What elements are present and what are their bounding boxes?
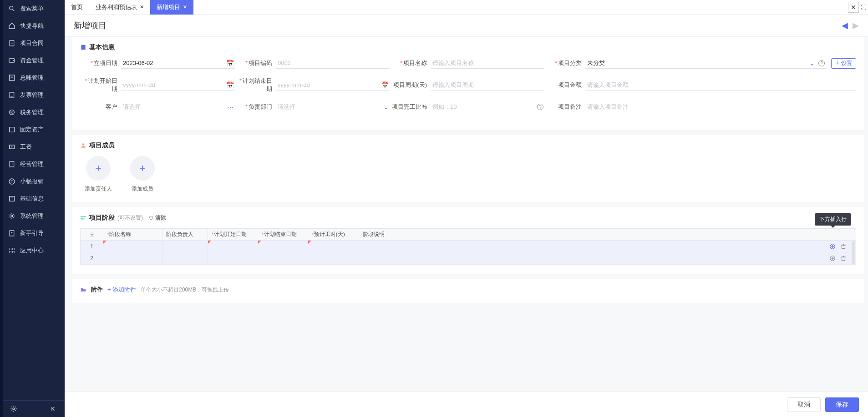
apps-icon [8,247,15,254]
cell-owner[interactable] [162,241,208,252]
input-pend[interactable] [276,80,390,90]
col-edate: 计划结束日期 [264,231,297,238]
help-icon[interactable]: ? [818,60,825,66]
help-icon[interactable]: ? [537,104,543,110]
row-index: 1 [81,241,103,252]
table-row[interactable]: 1 [81,241,856,252]
input-cycle[interactable] [431,80,544,90]
section-title: 项目阶段 [89,214,115,222]
table-row[interactable]: 2 [81,252,856,264]
close-icon[interactable]: ✕ [140,4,144,10]
svg-rect-29 [81,45,85,50]
add-owner-label: 添加责任人 [85,185,112,193]
cell-owner[interactable] [162,252,208,264]
sidebar-item-apps[interactable]: 应用中心 [3,242,65,259]
sidebar-item-basic[interactable]: 基础信息 [3,190,65,207]
label-customer: 客户 [80,103,121,111]
sidebar-item-label: 新手引导 [20,229,44,237]
input-name[interactable] [431,58,544,69]
tabs-close-all[interactable]: ✕ [848,2,859,13]
input-dept[interactable] [276,101,390,112]
sidebar-item-label: 固定资产 [20,126,44,134]
sidebar-search[interactable]: 搜索菜单 [3,0,65,17]
cell-edate[interactable] [258,241,308,252]
input-completion[interactable] [431,101,544,112]
delete-row-icon[interactable] [840,255,847,261]
sidebar-item-ledger[interactable]: 总账管理 [3,69,65,86]
pager-prev-icon[interactable]: ◀ [842,20,848,30]
settings-icon[interactable] [10,405,17,412]
more-icon[interactable]: ··· [227,103,234,111]
sidebar-item-ops[interactable]: 经营管理 [3,156,65,173]
sidebar-item-tax[interactable]: %税务管理 [3,104,65,121]
calendar-icon[interactable]: 📅 [226,60,234,67]
sidebar-item-assets[interactable]: 固定资产 [3,121,65,138]
sidebar-item-guide[interactable]: 新手引导 [3,225,65,242]
cell-name[interactable] [103,252,162,264]
sidebar-item-funds[interactable]: 资金管理 [3,52,65,69]
cancel-button[interactable]: 取消 [787,397,821,412]
input-code[interactable] [276,58,390,69]
svg-point-0 [10,6,13,10]
svg-point-6 [13,60,14,61]
sidebar-item-label: 基础信息 [20,195,44,203]
sidebar-item-quicknav[interactable]: 快捷导航 [3,17,65,35]
sidebar-item-label: 系统管理 [20,212,44,220]
cell-edate[interactable] [258,252,308,264]
chevron-down-icon[interactable]: ⌄ [383,103,389,111]
save-button[interactable]: 保存 [825,397,859,412]
svg-point-28 [13,408,15,410]
insert-row-tooltip: 下方插入行 [815,213,851,226]
user-icon [80,142,86,149]
cell-desc[interactable] [359,241,820,252]
calendar-icon[interactable]: 📅 [226,81,234,89]
sidebar-item-salary[interactable]: 工资 [3,138,65,156]
sidebar-item-contract[interactable]: 项目合同 [3,35,65,52]
tab-newproject[interactable]: 新增项目✕ [150,0,193,15]
input-amount[interactable] [585,80,856,90]
input-pstart[interactable] [121,80,235,90]
cell-sdate[interactable] [208,241,258,252]
insert-row-icon[interactable] [829,255,836,261]
tab-home[interactable]: 首页 [65,0,89,15]
input-remark[interactable] [585,101,856,112]
input-date[interactable] [121,58,235,69]
tab-label: 首页 [71,3,83,11]
input-class[interactable] [585,58,827,69]
col-name: 阶段名称 [109,231,131,238]
label-amount: 项目金额 [544,81,585,89]
insert-row-icon[interactable] [829,243,836,250]
gear-icon[interactable] [89,232,95,237]
clear-button[interactable]: 清除 [148,214,166,222]
add-member-button[interactable] [130,156,155,181]
close-icon[interactable]: ✕ [183,4,187,10]
tab-profit[interactable]: 业务利润预估表✕ [89,0,150,15]
pager-next-icon[interactable]: ▶ [853,20,859,30]
sidebar-item-invoice[interactable]: 发票管理 [3,86,65,104]
cell-sdate[interactable] [208,252,258,264]
chevron-down-icon[interactable]: ⌄ [809,60,815,67]
cell-name[interactable] [103,241,162,252]
ledger-icon [8,74,15,81]
cell-desc[interactable] [359,252,820,264]
label-pend: 计划结束日期 [235,77,276,93]
sidebar-item-label: 快捷导航 [20,22,44,30]
salary-icon [8,143,15,151]
input-customer[interactable] [121,101,235,112]
label-code: 项目编码 [235,59,276,67]
col-desc: 阶段说明 [363,231,385,238]
calendar-icon[interactable]: 📅 [381,81,389,89]
add-owner-button[interactable] [86,156,111,181]
cell-hours[interactable] [308,241,359,252]
sidebar-item-expense[interactable]: 小畅报销 [3,173,65,190]
label-class: 项目分类 [544,59,585,67]
cell-hours[interactable] [308,252,359,264]
add-attachment-button[interactable]: + 添加附件 [107,286,136,294]
delete-row-icon[interactable] [840,243,847,250]
section-title: 附件 [91,286,103,294]
fullscreen-icon[interactable]: ⛶ [861,4,866,10]
settings-button[interactable]: 设置 [831,58,856,69]
scrollbar[interactable] [852,241,855,264]
sidebar-item-system[interactable]: 系统管理 [3,207,65,225]
collapse-icon[interactable] [50,405,57,412]
